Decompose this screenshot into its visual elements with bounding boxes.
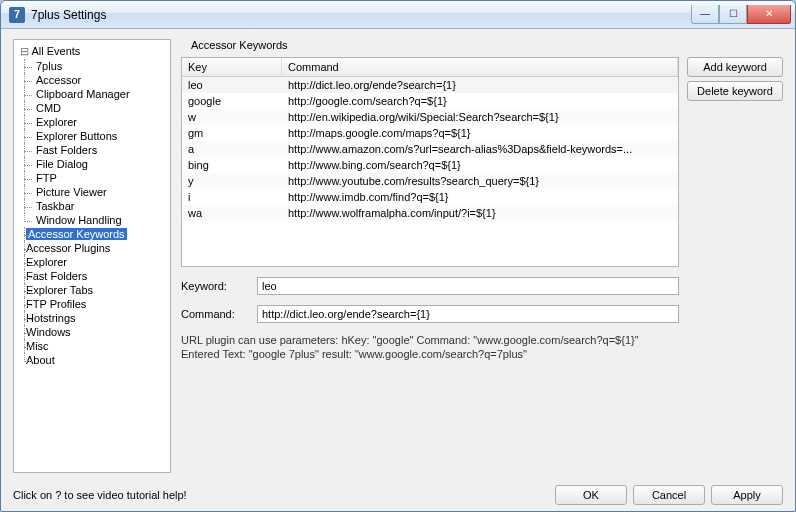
cell-command: http://www.bing.com/search?q=${1} xyxy=(282,158,678,172)
table-row[interactable]: ihttp://www.imdb.com/find?q=${1} xyxy=(182,189,678,205)
tree-item[interactable]: About xyxy=(18,353,170,367)
tree-item[interactable]: Accessor Plugins xyxy=(18,241,170,255)
cell-key: y xyxy=(182,174,282,188)
cell-key: a xyxy=(182,142,282,156)
cell-command: http://www.wolframalpha.com/input/?i=${1… xyxy=(282,206,678,220)
cell-key: google xyxy=(182,94,282,108)
tree-item[interactable]: FTP xyxy=(18,171,170,185)
cell-command: http://google.com/search?q=${1} xyxy=(282,94,678,108)
hint-text: URL plugin can use parameters: hKey: "go… xyxy=(181,333,661,362)
cell-key: gm xyxy=(182,126,282,140)
cell-command: http://www.youtube.com/results?search_qu… xyxy=(282,174,678,188)
keyword-input[interactable] xyxy=(257,277,679,295)
column-header-command[interactable]: Command xyxy=(282,58,678,76)
add-keyword-button[interactable]: Add keyword xyxy=(687,57,783,77)
table-row[interactable]: binghttp://www.bing.com/search?q=${1} xyxy=(182,157,678,173)
apply-button[interactable]: Apply xyxy=(711,485,783,505)
cell-key: i xyxy=(182,190,282,204)
tree-item[interactable]: Fast Folders xyxy=(18,143,170,157)
tree-item[interactable]: Accessor Keywords xyxy=(18,227,170,241)
titlebar[interactable]: 7 7plus Settings — ☐ ✕ xyxy=(1,1,795,29)
command-input[interactable] xyxy=(257,305,679,323)
settings-window: 7 7plus Settings — ☐ ✕ All Events7plusAc… xyxy=(0,0,796,512)
tree-item[interactable]: Picture Viewer xyxy=(18,185,170,199)
tree-item[interactable]: Windows xyxy=(18,325,170,339)
tree-item[interactable]: File Dialog xyxy=(18,157,170,171)
tree-item[interactable]: 7plus xyxy=(18,59,170,73)
cell-command: http://en.wikipedia.org/wiki/Special:Sea… xyxy=(282,110,678,124)
app-icon: 7 xyxy=(9,7,25,23)
cell-key: w xyxy=(182,110,282,124)
window-title: 7plus Settings xyxy=(31,8,691,22)
tree-item[interactable]: CMD xyxy=(18,101,170,115)
tree-item[interactable]: Hotstrings xyxy=(18,311,170,325)
delete-keyword-button[interactable]: Delete keyword xyxy=(687,81,783,101)
tree-item[interactable]: Clipboard Manager xyxy=(18,87,170,101)
close-button[interactable]: ✕ xyxy=(747,5,791,24)
category-tree[interactable]: All Events7plusAccessorClipboard Manager… xyxy=(13,39,171,473)
cell-command: http://www.amazon.com/s?url=search-alias… xyxy=(282,142,678,156)
tree-item[interactable]: Explorer xyxy=(18,255,170,269)
keyword-label: Keyword: xyxy=(181,280,251,292)
tree-item[interactable]: Explorer Buttons xyxy=(18,129,170,143)
cell-command: http://maps.google.com/maps?q=${1} xyxy=(282,126,678,140)
command-label: Command: xyxy=(181,308,251,320)
tree-item[interactable]: Explorer Tabs xyxy=(18,283,170,297)
cell-command: http://dict.leo.org/ende?search={1} xyxy=(282,78,678,92)
tree-item[interactable]: Misc xyxy=(18,339,170,353)
tree-item[interactable]: FTP Profiles xyxy=(18,297,170,311)
tree-item[interactable]: Explorer xyxy=(18,115,170,129)
cancel-button[interactable]: Cancel xyxy=(633,485,705,505)
cell-key: leo xyxy=(182,78,282,92)
tree-item[interactable]: Taskbar xyxy=(18,199,170,213)
ok-button[interactable]: OK xyxy=(555,485,627,505)
cell-key: bing xyxy=(182,158,282,172)
table-row[interactable]: yhttp://www.youtube.com/results?search_q… xyxy=(182,173,678,189)
keyword-list[interactable]: Key Command leohttp://dict.leo.org/ende?… xyxy=(181,57,679,267)
table-row[interactable]: wahttp://www.wolframalpha.com/input/?i=$… xyxy=(182,205,678,221)
table-row[interactable]: leohttp://dict.leo.org/ende?search={1} xyxy=(182,77,678,93)
tree-item[interactable]: Window Handling xyxy=(18,213,170,227)
tree-root[interactable]: All Events xyxy=(18,44,170,59)
cell-command: http://www.imdb.com/find?q=${1} xyxy=(282,190,678,204)
table-row[interactable]: ahttp://www.amazon.com/s?url=search-alia… xyxy=(182,141,678,157)
section-title: Accessor Keywords xyxy=(191,39,783,51)
minimize-button[interactable]: — xyxy=(691,5,719,24)
maximize-button[interactable]: ☐ xyxy=(719,5,747,24)
table-row[interactable]: googlehttp://google.com/search?q=${1} xyxy=(182,93,678,109)
cell-key: wa xyxy=(182,206,282,220)
tree-item[interactable]: Fast Folders xyxy=(18,269,170,283)
table-row[interactable]: whttp://en.wikipedia.org/wiki/Special:Se… xyxy=(182,109,678,125)
table-row[interactable]: gmhttp://maps.google.com/maps?q=${1} xyxy=(182,125,678,141)
footer-help-text: Click on ? to see video tutorial help! xyxy=(13,489,549,501)
tree-item[interactable]: Accessor xyxy=(18,73,170,87)
column-header-key[interactable]: Key xyxy=(182,58,282,76)
